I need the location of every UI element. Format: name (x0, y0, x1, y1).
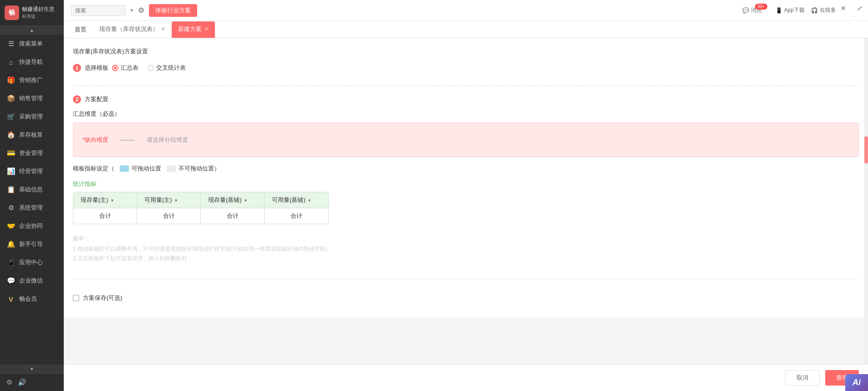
scrollbar[interactable] (864, 38, 868, 364)
tips-item-1: 2.点击标题栏下拉可设置排序、插入列和删除列 (73, 255, 859, 262)
topbar-settings-icon[interactable]: ⚙ (138, 6, 144, 15)
panel-title: 现存量(库存状况表)方案设置 (73, 47, 859, 56)
header-available-main[interactable]: 可用量(主) ▾ (137, 192, 201, 208)
tab-inventory-close-icon[interactable]: ✕ (161, 26, 165, 32)
settings-footer-icon[interactable]: ⚙ (6, 378, 12, 386)
tab-inventory-label: 现存量（库存状况表） (99, 25, 158, 33)
finance-icon: 💳 (6, 149, 15, 157)
tab-home-label: 首页 (75, 26, 87, 34)
step1-header: 1 选择模板 汇总表 交叉统计表 (73, 64, 859, 72)
sales-icon: 📦 (6, 94, 15, 103)
radio-summary-label: 汇总表 (121, 64, 138, 72)
search-input[interactable] (71, 5, 126, 16)
radio-cross[interactable]: 交叉统计表 (148, 64, 186, 72)
nodrag-label: 不可拖动位置） (179, 165, 220, 173)
sidebar-item-sales[interactable]: 📦 销售管理 (0, 89, 64, 108)
operations-icon: 📊 (6, 167, 15, 175)
sidebar-item-inventory[interactable]: 🏠 库存核算 (0, 126, 64, 144)
message-icon: 💬 (742, 7, 749, 14)
drag-position-indicator: 可拖动位置 (120, 165, 161, 173)
step2-title: 方案配置 (85, 95, 108, 103)
sidebar-footer: ⚙ 🔊 (0, 373, 64, 391)
topbar-left: ▾ ⚙ 体验行业方案 (71, 4, 197, 17)
stats-data-row-0: 合计 合计 合计 合计 (73, 208, 328, 224)
sidebar-item-app-center[interactable]: 📱 应用中心 (0, 253, 64, 272)
sidebar-item-wechat[interactable]: 💬 企业微信 (0, 272, 64, 290)
sidebar-item-enterprise[interactable]: 🤝 企业协同 (0, 217, 64, 235)
bottom-bar: 取消 查询 (64, 364, 868, 391)
tab-new-plan[interactable]: 新建方案 ✕ (172, 21, 215, 38)
sidebar-item-finance[interactable]: 💳 资金管理 (0, 144, 64, 162)
industry-btn[interactable]: 体验行业方案 (149, 4, 197, 17)
home-icon: ⌂ (6, 58, 15, 66)
save-checkbox[interactable] (73, 295, 79, 301)
scrollbar-thumb[interactable] (864, 136, 868, 164)
sound-footer-icon[interactable]: 🔊 (18, 378, 26, 386)
step1-section: 1 选择模板 汇总表 交叉统计表 (73, 64, 859, 86)
dimension-label: 汇总维度（必选） (73, 110, 859, 118)
nodrag-position-indicator: 不可拖动位置） (167, 165, 220, 173)
phone-icon: 📱 (776, 7, 782, 14)
sidebar-item-marketing[interactable]: 🎁 营销推广 (0, 71, 64, 89)
sidebar-nav: ☰ 搜索菜单 ⌂ 快捷导航 🎁 营销推广 📦 销售管理 🛒 采购管理 🏠 库存核… (0, 35, 64, 365)
guide-icon: 🔔 (6, 240, 15, 248)
sidebar-item-quick-nav[interactable]: ⌂ 快捷导航 (0, 53, 64, 71)
cell-0-0: 合计 (73, 208, 137, 224)
app-download-link[interactable]: 📱 App下载 (776, 6, 805, 14)
chevron-current-main: ▾ (111, 198, 113, 203)
topbar: ▾ ⚙ 体验行业方案 💬 消息 99+ 📱 App下载 🎧 在线客服 (64, 0, 868, 21)
app-name: 畅赚通好生意 (22, 6, 55, 13)
sidebar-scroll-down[interactable]: ▼ (0, 365, 64, 373)
search-dropdown-icon[interactable]: ▾ (130, 7, 133, 14)
tips-section: 提示： 1.拖动标题栏可以调整布局，不可跨维度或指标区域拖动栏目字段(只能在同一… (73, 235, 859, 262)
dimension-placeholder: 请选择分组维度 (147, 136, 188, 144)
ai-badge[interactable]: Ai (845, 374, 868, 391)
radio-cross-circle (148, 65, 154, 71)
radio-summary[interactable]: 汇总表 (112, 64, 138, 72)
radio-summary-circle (112, 65, 118, 71)
close-window-btn[interactable]: ✕ (835, 0, 852, 16)
chevron-available-aux: ▾ (308, 198, 311, 203)
sidebar-item-operations[interactable]: 📊 经营管理 (0, 162, 64, 180)
close-window-icon: ✕ (841, 5, 846, 12)
dimension-required-label: *纵向维度 (82, 136, 108, 144)
header-current-main[interactable]: 现存量(主) ▾ (73, 192, 137, 208)
app-center-icon: 📱 (6, 258, 15, 267)
dimension-section: 汇总维度（必选） *纵向维度 —— 请选择分组维度 (73, 110, 859, 157)
gift-icon: 🎁 (6, 76, 15, 84)
tab-home[interactable]: 首页 (68, 22, 93, 37)
radio-cross-label: 交叉统计表 (156, 64, 186, 72)
indicator-row: 模板指标设定（ 可拖动位置 不可拖动位置） (73, 165, 859, 173)
app-logo: 畅 畅赚通好生意 标准版 (0, 0, 64, 26)
message-badge[interactable]: 💬 消息 99+ (742, 6, 762, 14)
cell-0-3: 合计 (265, 208, 328, 224)
tab-inventory-status[interactable]: 现存量（库存状况表） ✕ (93, 21, 172, 38)
no-drag-box-icon (167, 165, 176, 172)
chevron-current-aux: ▾ (245, 198, 247, 203)
step2-header: 2 方案配置 (73, 95, 859, 103)
save-label: 方案保存(可选) (83, 294, 123, 302)
main-content: ▾ ⚙ 体验行业方案 💬 消息 99+ 📱 App下载 🎧 在线客服 首页 (64, 0, 868, 391)
message-count: 99+ (755, 4, 767, 10)
header-available-aux[interactable]: 可用量(基辅) ▾ (265, 192, 328, 208)
header-current-aux[interactable]: 现存量(基辅) ▾ (201, 192, 265, 208)
sidebar-item-system[interactable]: ⚙ 系统管理 (0, 199, 64, 217)
basic-info-icon: 📋 (6, 185, 15, 194)
chevron-available-main: ▾ (175, 198, 177, 203)
sidebar-item-basic-info[interactable]: 📋 基础信息 (0, 180, 64, 199)
content-area: 现存量(库存状况表)方案设置 1 选择模板 汇总表 交叉统计表 (64, 38, 868, 364)
step2-section: 2 方案配置 汇总维度（必选） *纵向维度 —— 请选择分组维度 模板指标设定（ (73, 95, 859, 279)
sidebar-item-guide[interactable]: 🔔 新手引导 (0, 235, 64, 253)
sidebar-scroll-up[interactable]: ▲ (0, 26, 64, 35)
step1-number: 1 (73, 64, 81, 72)
sidebar-item-purchase[interactable]: 🛒 采购管理 (0, 108, 64, 126)
cell-0-1: 合计 (137, 208, 201, 224)
tab-new-plan-close-icon[interactable]: ✕ (204, 26, 209, 32)
cell-0-2: 合计 (201, 208, 265, 224)
logo-icon: 畅 (5, 5, 19, 20)
cancel-button[interactable]: 取消 (785, 370, 820, 386)
sidebar-item-membership[interactable]: V 畅会员 (0, 290, 64, 308)
sidebar-item-search-menu[interactable]: ☰ 搜索菜单 (0, 35, 64, 53)
drag-box-icon (120, 165, 129, 172)
expand-window-btn[interactable]: ⤢ (852, 0, 868, 16)
